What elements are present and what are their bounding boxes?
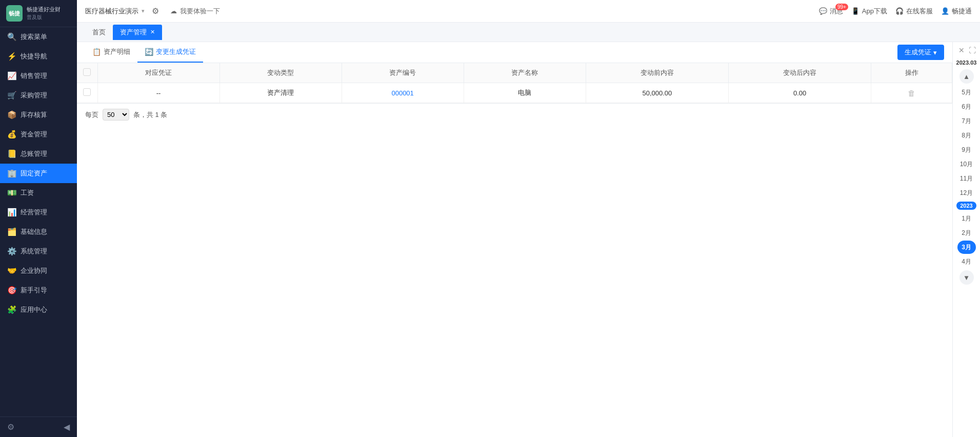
sidebar: 畅捷 畅捷通好业财 普及版 🔍 搜索菜单 ⚡ 快捷导航 📈 销售管理 🛒 采购管… xyxy=(0,0,77,437)
cooperation-icon: 🤝 xyxy=(7,266,16,275)
sub-tab-asset-detail[interactable]: 📋 资产明细 xyxy=(85,42,137,63)
row-corresponding-voucher: -- xyxy=(97,83,219,103)
purchase-icon: 🛒 xyxy=(7,91,16,100)
timeline-month-12[interactable]: 12月 xyxy=(957,186,976,200)
right-panel: ✕ ⛶ 2023.03 ▲ 5月 6月 7月 8月 9月 10月 11月 12月… xyxy=(952,42,980,437)
company-name: 医疗器械行业演示 xyxy=(85,7,138,16)
row-change-type: 资产清理 xyxy=(219,83,342,103)
timeline-month-11[interactable]: 11月 xyxy=(957,172,976,185)
sidebar-item-appstore[interactable]: 🧩 应用中心 xyxy=(0,300,77,320)
main-area: 医疗器械行业演示 ▾ ⚙ ☁ 我要体验一下 💬 消息 99+ 📱 App下载 🎧… xyxy=(77,0,980,437)
app-download-btn[interactable]: 📱 App下载 xyxy=(851,7,887,16)
cloud-icon: ☁ xyxy=(170,7,177,15)
row-checkbox-cell xyxy=(77,83,97,103)
timeline-month-5[interactable]: 5月 xyxy=(957,86,976,99)
user-area[interactable]: 👤 畅捷通 xyxy=(941,7,972,16)
sidebar-item-search[interactable]: 🔍 搜索菜单 xyxy=(0,27,77,47)
sidebar-item-system[interactable]: ⚙️ 系统管理 xyxy=(0,242,77,261)
delete-row-icon[interactable]: 🗑 xyxy=(908,89,915,97)
right-panel-close-btn[interactable]: ✕ xyxy=(957,45,966,55)
search-icon: 🔍 xyxy=(7,32,16,42)
quicknav-icon: ⚡ xyxy=(7,52,16,61)
user-label: 畅捷通 xyxy=(952,7,972,16)
change-voucher-icon: 🔄 xyxy=(145,48,153,56)
sidebar-item-capital[interactable]: 💰 资金管理 xyxy=(0,125,77,144)
col-asset-name: 资产名称 xyxy=(464,63,586,83)
col-checkbox xyxy=(77,63,97,83)
sales-icon: 📈 xyxy=(7,71,16,81)
tab-home[interactable]: 首页 xyxy=(85,25,113,40)
operation-icon: 📊 xyxy=(7,208,16,217)
sidebar-item-ledger[interactable]: 📒 总账管理 xyxy=(0,144,77,164)
basic-icon: 🗂️ xyxy=(7,227,16,236)
sidebar-item-purchase[interactable]: 🛒 采购管理 xyxy=(0,86,77,105)
sidebar-item-cooperation[interactable]: 🤝 企业协同 xyxy=(0,261,77,281)
sidebar-item-basic[interactable]: 🗂️ 基础信息 xyxy=(0,222,77,242)
timeline-month-2023-1[interactable]: 1月 xyxy=(957,212,976,225)
collapse-icon[interactable]: ◀ xyxy=(64,422,70,432)
generate-voucher-button[interactable]: 生成凭证 ▾ xyxy=(897,45,944,60)
settings-icon[interactable]: ⚙ xyxy=(7,422,14,432)
timeline-month-2023-4[interactable]: 4月 xyxy=(957,255,976,268)
tab-asset-label: 资产管理 xyxy=(120,28,147,37)
message-btn[interactable]: 💬 消息 99+ xyxy=(819,7,843,16)
dropdown-arrow-icon: ▾ xyxy=(933,49,937,56)
tab-home-label: 首页 xyxy=(92,28,106,37)
sidebar-item-sales[interactable]: 📈 销售管理 xyxy=(0,66,77,86)
timeline-month-9[interactable]: 9月 xyxy=(957,143,976,156)
sub-tab-change-voucher[interactable]: 🔄 变更生成凭证 xyxy=(137,42,203,63)
sidebar-bottom: ⚙ ◀ xyxy=(0,416,77,437)
fixed-icon: 🏢 xyxy=(7,169,16,178)
settings-gear-icon[interactable]: ⚙ xyxy=(152,6,159,16)
row-asset-name: 电脑 xyxy=(464,83,586,103)
timeline-month-2023-3[interactable]: 3月 xyxy=(957,241,976,254)
timeline-month-7[interactable]: 7月 xyxy=(957,114,976,128)
top-header: 医疗器械行业演示 ▾ ⚙ ☁ 我要体验一下 💬 消息 99+ 📱 App下载 🎧… xyxy=(77,0,980,23)
row-asset-code: 000001 xyxy=(342,83,464,103)
user-icon: 👤 xyxy=(941,7,949,15)
logo-subtitle: 普及版 xyxy=(27,14,61,21)
timeline: 2023.03 ▲ 5月 6月 7月 8月 9月 10月 11月 12月 202… xyxy=(953,55,980,437)
timeline-month-8[interactable]: 8月 xyxy=(957,129,976,142)
company-selector[interactable]: 医疗器械行业演示 ▾ xyxy=(85,7,145,16)
guide-icon: 🎯 xyxy=(7,286,16,295)
timeline-month-2023-2[interactable]: 2月 xyxy=(957,226,976,240)
right-panel-expand-btn[interactable]: ⛶ xyxy=(968,45,977,55)
select-all-checkbox[interactable] xyxy=(83,68,91,76)
headset-icon: 🎧 xyxy=(895,7,904,15)
tab-asset-close-icon[interactable]: ✕ xyxy=(150,29,155,35)
app-download-label: App下载 xyxy=(862,7,887,16)
sidebar-nav: 🔍 搜索菜单 ⚡ 快捷导航 📈 销售管理 🛒 采购管理 📦 库存核算 💰 资金管… xyxy=(0,27,77,416)
per-page-label: 每页 xyxy=(85,110,98,120)
sidebar-item-guide[interactable]: 🎯 新手引导 xyxy=(0,281,77,300)
sidebar-item-inventory[interactable]: 📦 库存核算 xyxy=(0,105,77,125)
company-dropdown-arrow: ▾ xyxy=(142,8,145,14)
sidebar-logo: 畅捷 畅捷通好业财 普及版 xyxy=(0,0,77,27)
cloud-text: 我要体验一下 xyxy=(180,7,220,16)
timeline-month-6[interactable]: 6月 xyxy=(957,100,976,113)
sidebar-item-operation[interactable]: 📊 经营管理 xyxy=(0,203,77,222)
timeline-scroll-down-btn[interactable]: ▼ xyxy=(959,270,974,285)
total-text: 条，共 1 条 xyxy=(133,110,167,120)
per-page-select[interactable]: 50 10 20 100 xyxy=(103,109,129,121)
ledger-icon: 📒 xyxy=(7,149,16,158)
tab-asset[interactable]: 资产管理 ✕ xyxy=(113,25,162,40)
sidebar-item-quicknav[interactable]: ⚡ 快捷导航 xyxy=(0,47,77,66)
timeline-scroll-up-btn[interactable]: ▲ xyxy=(959,69,974,84)
logo-icon: 畅捷 xyxy=(6,5,23,22)
asset-detail-icon: 📋 xyxy=(92,48,101,56)
cloud-trial[interactable]: ☁ 我要体验一下 xyxy=(170,7,220,16)
salary-icon: 💵 xyxy=(7,188,16,197)
pagination-bar: 每页 50 10 20 100 条，共 1 条 xyxy=(77,103,952,126)
timeline-month-10[interactable]: 10月 xyxy=(957,157,976,171)
row-operation-cell: 🗑 xyxy=(871,83,952,103)
sidebar-item-salary[interactable]: 💵 工资 xyxy=(0,183,77,203)
sidebar-item-fixed[interactable]: 🏢 固定资产 xyxy=(0,164,77,183)
sub-tab-change-voucher-label: 变更生成凭证 xyxy=(156,47,196,56)
col-after-content: 变动后内容 xyxy=(729,63,871,83)
col-corresponding-voucher: 对应凭证 xyxy=(97,63,219,83)
row-checkbox[interactable] xyxy=(83,88,91,96)
row-after-content: 0.00 xyxy=(729,83,871,103)
capital-icon: 💰 xyxy=(7,130,16,139)
customer-service-btn[interactable]: 🎧 在线客服 xyxy=(895,7,933,16)
